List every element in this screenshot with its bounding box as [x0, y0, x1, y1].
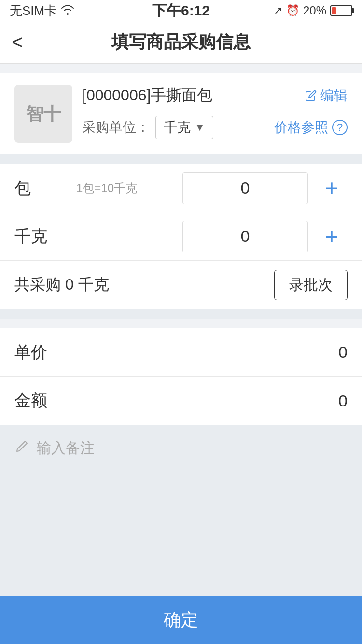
product-image: 智十 [14, 85, 72, 143]
wifi-icon [61, 3, 74, 18]
unit-price-label: 单价 [14, 341, 47, 364]
product-unit-row: 采购单位： 千克 ▼ 价格参照 ? [82, 116, 348, 139]
bag-input-row: 包 1包=10千克 0 + [0, 164, 362, 212]
back-button[interactable]: < [12, 31, 23, 53]
carrier-text: 无SIM卡 [10, 2, 57, 19]
bag-sublabel: 1包=10千克 [76, 181, 137, 196]
status-right: ↗ ⏰ 20% [274, 4, 352, 17]
unit-price-row: 单价 0 [0, 328, 362, 377]
amount-value: 0 [338, 392, 348, 410]
bag-input-right: 0 + [137, 172, 348, 204]
section-divider-1 [0, 154, 362, 164]
summary-row: 共采购 0 千克 录批次 [0, 261, 362, 309]
nav-bar: < 填写商品采购信息 [0, 21, 362, 64]
unit-value: 千克 [164, 118, 191, 137]
battery-percent: 20% [303, 4, 326, 17]
status-left: 无SIM卡 [10, 2, 74, 19]
section-divider-2 [0, 309, 362, 319]
kg-plus-button[interactable]: + [316, 221, 348, 252]
amount-label: 金额 [14, 390, 47, 412]
product-name-row: [0000006]手撕面包 编辑 [82, 85, 348, 106]
edit-link[interactable]: 编辑 [305, 86, 348, 105]
confirm-button[interactable]: 确定 [0, 596, 362, 644]
kg-input-row: 千克 0 + [0, 212, 362, 261]
product-logo: 智十 [26, 102, 61, 126]
summary-text: 共采购 0 千克 [14, 274, 109, 295]
note-placeholder: 输入备注 [37, 438, 95, 458]
status-time: 下午6:12 [152, 1, 210, 21]
battery-icon [330, 5, 352, 16]
product-card: 智十 [0000006]手撕面包 编辑 采购单位： 千克 ▼ 价格参照 [0, 73, 362, 154]
pencil-icon [14, 439, 29, 458]
price-ref-button[interactable]: 价格参照 ? [274, 118, 348, 137]
note-section[interactable]: 输入备注 [0, 425, 362, 472]
product-name: [0000006]手撕面包 [82, 85, 212, 106]
location-icon: ↗ [274, 4, 282, 17]
help-icon: ? [332, 120, 348, 135]
page-title: 填写商品采购信息 [111, 30, 251, 54]
unit-label: 采购单位： [82, 118, 150, 137]
alarm-icon: ⏰ [286, 4, 299, 17]
kg-input-right: 0 + [72, 221, 348, 252]
unit-select[interactable]: 千克 ▼ [155, 116, 213, 139]
input-section: 包 1包=10千克 0 + 千克 0 + [0, 164, 362, 261]
batch-button[interactable]: 录批次 [274, 270, 348, 300]
bag-qty-input[interactable]: 0 [182, 172, 308, 204]
product-info: [0000006]手撕面包 编辑 采购单位： 千克 ▼ 价格参照 ? [82, 85, 348, 139]
kg-label: 千克 [14, 225, 72, 248]
bag-plus-button[interactable]: + [316, 172, 348, 204]
chevron-down-icon: ▼ [195, 121, 205, 134]
amount-row: 金额 0 [0, 377, 362, 425]
price-section: 单价 0 金额 0 [0, 328, 362, 425]
price-ref-label: 价格参照 [274, 118, 328, 137]
status-bar: 无SIM卡 下午6:12 ↗ ⏰ 20% [0, 0, 362, 21]
unit-price-value: 0 [338, 343, 348, 362]
confirm-button-label: 确定 [164, 608, 198, 632]
bag-label: 包 [14, 177, 72, 199]
kg-qty-input[interactable]: 0 [182, 221, 308, 252]
